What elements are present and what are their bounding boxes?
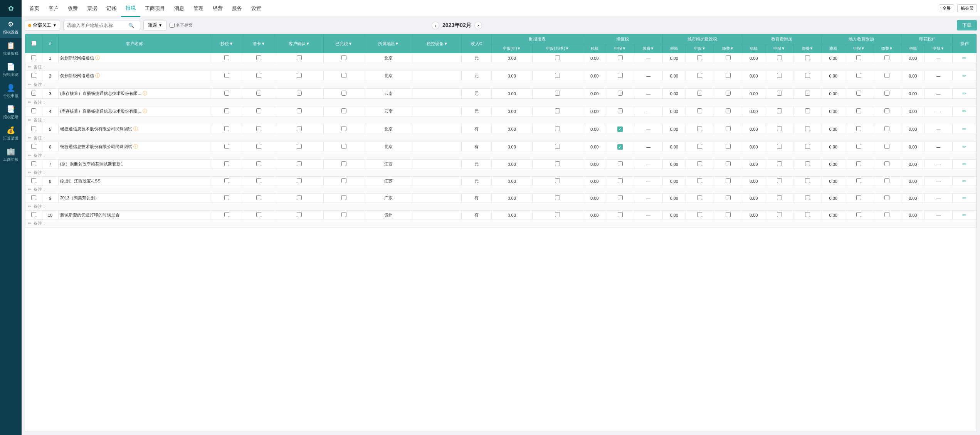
prev-month-btn[interactable]: ‹: [432, 22, 439, 29]
sidebar-item-gsnb[interactable]: 🏢 工商年报: [0, 144, 22, 165]
edit-icon[interactable]: ✏: [962, 126, 967, 132]
row-check[interactable]: [25, 177, 42, 186]
nav-message[interactable]: 消息: [170, 0, 189, 17]
money-icon: 💰: [7, 126, 15, 135]
edit-icon[interactable]: ✏: [962, 55, 967, 61]
edu-amount-cell: 0.00: [742, 124, 765, 134]
nav-fee[interactable]: 收费: [63, 0, 82, 17]
row-check[interactable]: [25, 142, 42, 152]
local-amount-cell: 0.00: [822, 194, 845, 203]
table-row: 8(勿删）江西股宝-LSS江苏元0.000.00—0.000.000.000.0…: [25, 177, 977, 186]
browse-icon: 📄: [7, 62, 15, 71]
edit-icon[interactable]: ✏: [962, 73, 967, 79]
vat-pay-cell: —: [634, 160, 662, 169]
vat-pay-cell: —: [634, 194, 662, 203]
edit-icon[interactable]: ✏: [962, 161, 967, 167]
nav-bookkeeping[interactable]: 记账: [102, 0, 121, 17]
note-cell: ✏ 备注：: [25, 169, 977, 177]
row-check[interactable]: [25, 211, 42, 220]
edit-icon[interactable]: ✏: [962, 212, 967, 218]
nav-settings[interactable]: 设置: [247, 0, 266, 17]
th-stamp-declare: 申报▼: [925, 44, 953, 53]
note-text: 备注：: [34, 221, 46, 226]
table-row: 7(原）误删勿改李艳芬测试斯套新1江西元0.000.00—0.000.000.0…: [25, 160, 977, 169]
row-check[interactable]: [25, 194, 42, 203]
sidebar-item-bsjl[interactable]: 📑 报税记录: [0, 102, 22, 123]
edit-icon[interactable]: ✏: [962, 144, 967, 150]
nav-home[interactable]: 首页: [25, 0, 44, 17]
nav-customer[interactable]: 客户: [44, 0, 63, 17]
vip-btn[interactable]: 畅会员: [957, 4, 977, 12]
sidebar-item-bssl[interactable]: 📄 报税浏览: [0, 59, 22, 81]
stamp-declare-cell: —: [925, 211, 953, 220]
vat-declare-cell: [606, 106, 634, 116]
income-cell: 元: [462, 89, 491, 99]
sidebar-item-bsgs[interactable]: ⚙ 报税设置: [0, 17, 22, 38]
fullscreen-btn[interactable]: 全屏: [939, 4, 954, 12]
edu-declare-cell: [765, 142, 793, 152]
nav-tax[interactable]: 报税: [121, 0, 140, 17]
table-row: 4(库存核算）直播畅捷通信息技术股份有限... ⓘ云南元0.000.00—0.0…: [25, 106, 977, 116]
edu-pay-cell: [793, 177, 822, 186]
filter-button[interactable]: 筛选 ▼: [143, 20, 166, 30]
annual-cell: [532, 53, 583, 63]
city-amount-cell: 0.00: [662, 211, 686, 220]
download-btn[interactable]: 下载: [957, 20, 977, 30]
select-all-checkbox[interactable]: [31, 41, 36, 46]
row-check[interactable]: [25, 71, 42, 81]
nav-invoice[interactable]: 票据: [82, 0, 102, 17]
sidebar-item-hzqd[interactable]: 💰 汇算清缴: [0, 123, 22, 144]
edu-amount-cell: 0.00: [742, 194, 765, 203]
qingka-cell: [243, 89, 275, 99]
edu-declare-cell: [765, 124, 793, 134]
nav-business[interactable]: 工商项目: [140, 0, 170, 17]
toolbar: 全部员工 ▼ 🔍 筛选 ▼ 名下标套 ‹ 2023年02月: [25, 20, 977, 30]
row-check[interactable]: [25, 53, 42, 63]
search-input[interactable]: [67, 23, 128, 28]
city-amount-cell: 0.00: [662, 106, 686, 116]
edit-icon[interactable]: ✏: [962, 178, 967, 184]
sidebar-item-plbs[interactable]: 📋 批量报税: [0, 38, 22, 59]
note-text: 备注：: [34, 135, 46, 140]
chaoshu-cell: [211, 106, 243, 116]
row-check[interactable]: [25, 106, 42, 116]
edu-pay-cell: [793, 71, 822, 81]
stamp-declare-cell: —: [925, 142, 953, 152]
nav-management[interactable]: 管理: [189, 0, 208, 17]
person-icon: 👤: [7, 84, 15, 92]
edu-amount-cell: 0.00: [742, 106, 765, 116]
row-number: 7: [42, 160, 58, 169]
employee-filter[interactable]: 全部员工 ▼: [25, 20, 60, 30]
local-amount-cell: 0.00: [822, 211, 845, 220]
table-wrapper[interactable]: # 客户名称 抄税▼ 清卡▼ 客户确认▼ 已完税▼ 所属地区▼ 税控设备▼ 收入…: [25, 34, 977, 432]
next-month-btn[interactable]: ›: [474, 22, 482, 29]
stamp-declare-cell: —: [925, 124, 953, 134]
local-declare-cell: [845, 211, 873, 220]
edit-icon[interactable]: ✏: [962, 108, 967, 114]
row-check[interactable]: [25, 89, 42, 99]
vat-amount-cell: 0.00: [583, 194, 606, 203]
qingka-cell: [243, 142, 275, 152]
edu-declare-cell: [765, 194, 793, 203]
row-check[interactable]: [25, 124, 42, 134]
edit-icon[interactable]: ✏: [962, 91, 967, 96]
city-amount-cell: 0.00: [662, 142, 686, 152]
nav-service[interactable]: 服务: [227, 0, 247, 17]
region-cell: 江苏: [364, 177, 413, 186]
note-cell: ✏ 备注：: [25, 152, 977, 160]
edu-pay-cell: [793, 89, 822, 99]
row-check[interactable]: [25, 160, 42, 169]
label-option[interactable]: 名下标套: [170, 22, 193, 28]
stamp-amount-cell: 0.00: [901, 142, 925, 152]
local-amount-cell: 0.00: [822, 106, 845, 116]
paid-cell: [324, 142, 364, 152]
note-text: 备注：: [34, 118, 46, 122]
edu-pay-cell: [793, 106, 822, 116]
label-checkbox[interactable]: [170, 23, 175, 28]
edit-icon[interactable]: ✏: [962, 195, 967, 201]
region-cell: 北京: [364, 142, 413, 152]
nav-operation[interactable]: 经营: [208, 0, 227, 17]
edu-amount-cell: 0.00: [742, 142, 765, 152]
device-cell: [413, 124, 462, 134]
sidebar-item-gzsb[interactable]: 👤 个税申报: [0, 81, 22, 102]
